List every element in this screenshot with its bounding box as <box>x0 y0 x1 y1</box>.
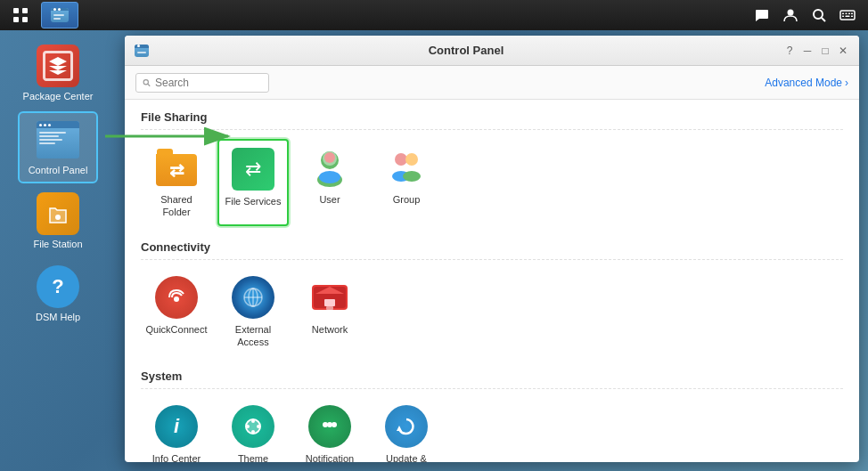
notification-item[interactable]: Notification <box>294 398 365 462</box>
system-section: System i Info Center <box>141 369 843 462</box>
search-box-icon <box>143 77 151 88</box>
theme-label: Theme <box>238 452 268 462</box>
search-icon[interactable] <box>806 2 832 28</box>
svg-point-40 <box>251 430 255 434</box>
svg-point-23 <box>319 171 340 183</box>
svg-line-18 <box>148 84 150 85</box>
package-center-icon <box>37 45 79 87</box>
shared-folder-icon: ⇄ <box>155 146 198 189</box>
search-input[interactable] <box>155 77 262 89</box>
file-sharing-title: File Sharing <box>141 110 843 130</box>
file-sharing-items: ⇄ SharedFolder ⇄ File Services <box>141 139 843 226</box>
svg-rect-11 <box>851 13 853 15</box>
keyboard-icon[interactable] <box>834 2 861 28</box>
sidebar-item-file-station[interactable]: File Station <box>18 187 98 256</box>
svg-rect-0 <box>13 8 19 13</box>
window-content: File Sharing ⇄ SharedFolder <box>125 100 859 462</box>
svg-rect-7 <box>840 11 855 20</box>
svg-point-15 <box>55 215 61 220</box>
sidebar-item-package-center[interactable]: Package Center <box>18 39 98 108</box>
svg-point-5 <box>814 10 823 19</box>
control-panel-icon <box>37 118 79 161</box>
file-services-label: File Services <box>225 195 282 207</box>
svg-line-6 <box>822 18 825 21</box>
svg-point-39 <box>257 425 260 428</box>
quickconnect-label: QuickConnect <box>145 323 207 336</box>
window-app-icon <box>134 43 150 59</box>
system-title: System <box>141 369 843 389</box>
search-box[interactable] <box>135 73 269 93</box>
svg-point-24 <box>395 153 407 166</box>
taskbar <box>0 0 868 30</box>
user-item[interactable]: User <box>294 139 365 226</box>
window-controls: ? ─ □ ✕ <box>782 44 850 58</box>
external-access-label: External Access <box>221 323 285 349</box>
svg-rect-12 <box>842 16 844 18</box>
update-restore-label: Update &Restore <box>386 452 427 462</box>
network-item[interactable]: Network <box>294 269 365 356</box>
svg-rect-36 <box>326 306 333 310</box>
svg-marker-45 <box>397 426 402 431</box>
maximize-button[interactable]: □ <box>818 44 832 58</box>
window-titlebar: Control Panel ? ─ □ ✕ <box>125 36 859 66</box>
taskbar-left <box>0 0 84 30</box>
svg-point-28 <box>174 296 179 302</box>
svg-point-44 <box>327 422 332 427</box>
system-items: i Info Center <box>141 398 843 462</box>
connectivity-section: Connectivity QuickConnect <box>141 240 843 356</box>
sidebar-item-label: DSM Help <box>36 312 80 323</box>
connectivity-items: QuickConnect Ext <box>141 269 843 356</box>
svg-point-41 <box>246 425 250 428</box>
control-panel-window: Control Panel ? ─ □ ✕ Advanced Mode › Fi… <box>125 36 859 462</box>
user-icon[interactable] <box>777 2 804 28</box>
shared-folder-label: SharedFolder <box>160 193 192 219</box>
svg-rect-14 <box>851 16 853 18</box>
file-services-item[interactable]: ⇄ File Services <box>217 139 289 226</box>
connectivity-title: Connectivity <box>141 240 843 260</box>
sidebar-item-label: Control Panel <box>29 165 88 176</box>
svg-rect-35 <box>324 299 335 306</box>
sidebar: Package Center Control Panel <box>0 30 116 471</box>
file-station-icon <box>37 192 79 235</box>
taskbar-right <box>741 2 868 28</box>
advanced-mode-button[interactable]: Advanced Mode › <box>765 77 848 89</box>
dsm-help-icon: ? <box>37 265 79 308</box>
control-panel-taskbar-icon <box>51 8 69 22</box>
info-center-item[interactable]: i Info Center <box>141 398 212 462</box>
info-center-label: Info Center <box>152 452 201 462</box>
svg-point-25 <box>405 153 418 166</box>
notification-label: Notification <box>306 452 354 462</box>
shared-folder-item[interactable]: ⇄ SharedFolder <box>141 139 212 226</box>
svg-point-22 <box>324 152 335 163</box>
minimize-button[interactable]: ─ <box>800 44 815 58</box>
info-center-icon: i <box>155 405 198 448</box>
close-button[interactable]: ✕ <box>836 44 850 58</box>
svg-rect-2 <box>13 17 19 22</box>
update-restore-icon <box>385 405 428 448</box>
quickconnect-item[interactable]: QuickConnect <box>141 269 212 356</box>
sidebar-item-label: File Station <box>33 239 82 250</box>
control-panel-taskbar-button[interactable] <box>41 2 78 28</box>
help-button[interactable]: ? <box>782 44 797 58</box>
sidebar-item-control-panel[interactable]: Control Panel <box>18 111 98 183</box>
external-access-icon <box>232 276 274 319</box>
notification-icon <box>308 405 351 448</box>
group-label: Group <box>393 193 421 206</box>
theme-icon <box>232 405 274 448</box>
svg-rect-9 <box>846 13 848 15</box>
theme-item[interactable]: Theme <box>217 398 289 462</box>
file-sharing-section: File Sharing ⇄ SharedFolder <box>141 110 843 226</box>
svg-point-27 <box>403 171 421 182</box>
group-item[interactable]: Group <box>371 139 442 226</box>
chat-icon[interactable] <box>749 2 775 28</box>
external-access-item[interactable]: External Access <box>217 269 289 356</box>
sidebar-item-dsm-help[interactable]: ? DSM Help <box>18 260 98 329</box>
apps-grid-button[interactable] <box>5 0 36 30</box>
group-icon <box>385 146 428 189</box>
update-restore-item[interactable]: Update &Restore <box>371 398 442 462</box>
user-label: User <box>319 193 340 206</box>
svg-rect-8 <box>842 13 844 15</box>
quickconnect-icon <box>155 276 198 319</box>
file-services-icon: ⇄ <box>232 148 274 191</box>
window-title: Control Panel <box>157 44 775 57</box>
